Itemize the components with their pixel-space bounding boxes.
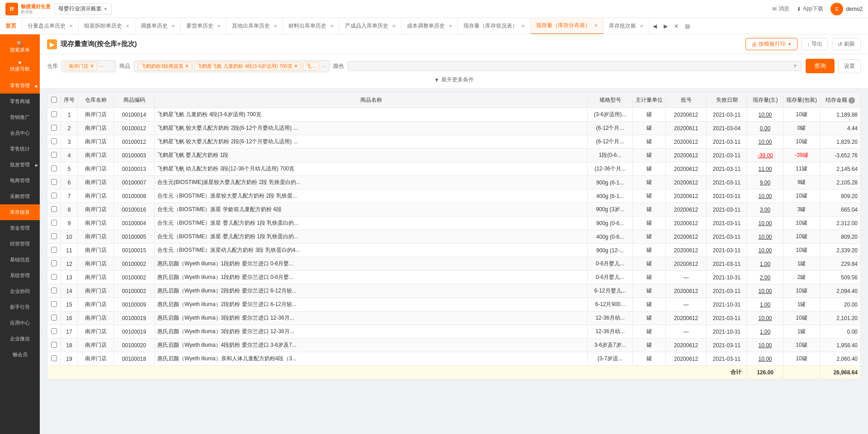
row-checkbox[interactable]: [47, 189, 61, 203]
sidebar-item-retail-stats[interactable]: 零售统计: [0, 141, 40, 157]
sidebar-item-app-center[interactable]: 应用中心: [0, 315, 40, 331]
row-checkbox[interactable]: [47, 203, 61, 217]
sidebar-item-member[interactable]: 会员中心: [0, 125, 40, 141]
tab-expand-button[interactable]: ▤: [682, 18, 693, 34]
tab-cost-adjust[interactable]: 成本调整单历史 ✕: [401, 18, 458, 34]
row-checkbox[interactable]: [47, 217, 61, 230]
tab-close-icon[interactable]: ✕: [448, 24, 452, 28]
row-checkbox[interactable]: [47, 325, 61, 339]
row-qty[interactable]: 10.00: [747, 339, 783, 352]
export-button[interactable]: ↓ 导出: [801, 38, 828, 50]
sidebar-item-membership[interactable]: 畅会员: [0, 347, 40, 363]
product-tag-more[interactable]: 飞…: [303, 62, 319, 71]
row-qty[interactable]: 10.00: [747, 189, 783, 203]
sidebar-item-finance[interactable]: 资金管理: [0, 220, 40, 236]
tab-current-status[interactable]: 现存量（库存状况表） ✕: [458, 18, 531, 34]
sidebar-item-basic[interactable]: 基础信息: [0, 252, 40, 268]
row-checkbox[interactable]: [47, 162, 61, 176]
app-download-button[interactable]: ⬇ App下载: [797, 5, 823, 13]
tab-close-icon[interactable]: ✕: [521, 24, 525, 28]
row-qty[interactable]: 1.00: [747, 325, 783, 339]
sidebar-quick-nav[interactable]: ★ 快捷导航: [0, 57, 40, 75]
tab-order[interactable]: 要货单历史 ✕: [181, 18, 226, 34]
row-checkbox[interactable]: [47, 284, 61, 298]
sidebar-item-inventory[interactable]: 库存核算: [0, 204, 40, 220]
settings-button[interactable]: 设置: [838, 59, 861, 73]
sidebar-item-marketing[interactable]: 营销推广: [0, 109, 40, 125]
row-checkbox[interactable]: [47, 108, 61, 122]
row-qty[interactable]: 10.00: [747, 230, 783, 244]
sidebar-item-ops[interactable]: 经营管理: [0, 236, 40, 252]
row-qty[interactable]: 10.00: [747, 284, 783, 298]
sidebar-item-wholesale[interactable]: 批发管理 ▶: [0, 157, 40, 173]
row-checkbox[interactable]: [47, 135, 61, 149]
th-checkbox[interactable]: [47, 93, 61, 108]
sidebar-item-onboarding[interactable]: 新手引导: [0, 299, 40, 315]
row-checkbox[interactable]: [47, 230, 61, 244]
row-qty[interactable]: 0.00: [747, 122, 783, 135]
store-selector[interactable]: 母婴行业演示账套 ▼: [54, 3, 112, 14]
print-template-button[interactable]: 🖨 按模板打印 ▼: [745, 38, 797, 50]
tab-close-icon[interactable]: ✕: [217, 24, 221, 28]
tab-prev-button[interactable]: ◀: [649, 18, 660, 34]
tab-close-all-button[interactable]: ✕: [671, 18, 682, 34]
row-checkbox[interactable]: [47, 298, 61, 311]
row-checkbox[interactable]: [47, 311, 61, 325]
product-tag-2-close[interactable]: ✕: [294, 63, 298, 69]
warehouse-tag-close[interactable]: ✕: [90, 63, 94, 69]
warehouse-filter-group[interactable]: 南岸门店 ✕ ···: [61, 60, 116, 72]
row-qty[interactable]: 3.00: [747, 203, 783, 217]
sidebar-item-purchase[interactable]: 采购管理: [0, 189, 40, 204]
tab-batch-voucher[interactable]: 库存批次账 ✕: [604, 18, 649, 34]
row-qty[interactable]: 9.00: [747, 176, 783, 189]
sidebar-item-ecommerce[interactable]: 电商管理: [0, 173, 40, 189]
product-filter-group[interactable]: 飞鹤奶粉3段两提装 ✕ 飞鹤星飞帆 儿童奶粉 4段(3-6岁适用) 700克 ✕…: [134, 60, 330, 72]
row-qty[interactable]: 2.00: [747, 271, 783, 284]
row-checkbox[interactable]: [47, 122, 61, 135]
select-all-checkbox[interactable]: [51, 97, 57, 103]
search-button[interactable]: 查询: [806, 59, 835, 73]
row-checkbox[interactable]: [47, 257, 61, 271]
message-button[interactable]: ✉ 消息: [772, 5, 789, 13]
tab-close-icon[interactable]: ✕: [171, 24, 175, 28]
info-icon[interactable]: i: [849, 97, 855, 104]
product-tag-1-close[interactable]: ✕: [185, 63, 189, 69]
sidebar-item-retail-shop[interactable]: 零售商城: [0, 94, 40, 109]
sidebar-item-enterprise-wechat[interactable]: 企业微信: [0, 331, 40, 347]
row-qty[interactable]: 11.00: [747, 162, 783, 176]
row-qty[interactable]: 1.00: [747, 298, 783, 311]
tab-disassemble[interactable]: 组装拆卸单历史 ✕: [79, 18, 135, 34]
row-qty[interactable]: 1.00: [747, 257, 783, 271]
tab-material-out[interactable]: 材料出库单历史 ✕: [283, 18, 340, 34]
sidebar-search[interactable]: 🔍 搜索菜单: [0, 37, 40, 57]
row-qty[interactable]: -39.00: [747, 149, 783, 162]
row-qty[interactable]: 10.00: [747, 135, 783, 149]
tab-mix[interactable]: 调拨单历史 ✕: [135, 18, 181, 34]
row-checkbox[interactable]: [47, 339, 61, 352]
row-qty[interactable]: 10.00: [747, 244, 783, 257]
expand-conditions-button[interactable]: ▼ 展开更多条件: [47, 76, 861, 84]
tab-close-icon[interactable]: ✕: [640, 24, 643, 28]
refresh-button[interactable]: ↺ 刷新: [832, 38, 861, 50]
row-checkbox[interactable]: [47, 244, 61, 257]
user-area[interactable]: E demo2: [830, 3, 863, 15]
tab-close-icon[interactable]: ✕: [330, 24, 334, 28]
tab-close-icon[interactable]: ✕: [594, 23, 598, 28]
tab-current-dist[interactable]: 现存量（库存分布表） ✕: [531, 18, 604, 34]
toggle-filter-button[interactable]: ▶: [47, 39, 57, 49]
row-qty[interactable]: 10.00: [747, 108, 783, 122]
tab-home[interactable]: 首页: [0, 18, 22, 34]
row-checkbox[interactable]: [47, 149, 61, 162]
sidebar-item-retail-mgmt[interactable]: 零售管理 ▶: [0, 78, 40, 94]
sidebar-item-enterprise[interactable]: 企业协同: [0, 283, 40, 299]
row-checkbox[interactable]: [47, 271, 61, 284]
tab-close-icon[interactable]: ✕: [274, 24, 277, 28]
sidebar-item-system[interactable]: 系统管理: [0, 268, 40, 283]
color-filter-group[interactable]: ▼: [348, 61, 802, 71]
tab-product-in[interactable]: 产成品入库单历史 ✕: [340, 18, 401, 34]
row-qty[interactable]: 10.00: [747, 311, 783, 325]
row-checkbox[interactable]: [47, 176, 61, 189]
tab-next-button[interactable]: ▶: [660, 18, 671, 34]
tab-other-out[interactable]: 其他出库单历史 ✕: [226, 18, 283, 34]
tab-close-icon[interactable]: ✕: [126, 24, 129, 28]
